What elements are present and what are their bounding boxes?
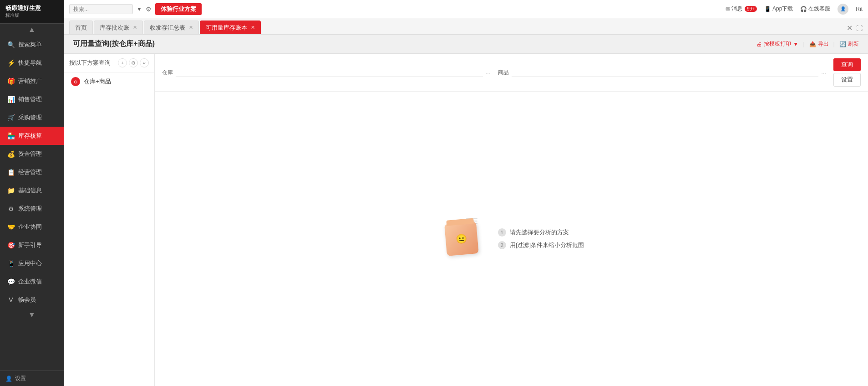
sidebar-item-enterprise[interactable]: 🤝 企业协同 [0,218,64,236]
tab-home-label: 首页 [75,24,87,32]
page-title: 可用量查询(按仓库+商品) [73,39,155,49]
refresh-btn[interactable]: 🔄 刷新 [839,40,859,48]
sidebar-item-inventory[interactable]: 🏪 库存核算 [0,127,64,145]
marketing-icon: 🎁 [7,77,15,85]
tab-batch-account-close[interactable]: ✕ [133,25,137,31]
warehouse-more-btn[interactable]: ··· [486,69,491,76]
sidebar-item-sales[interactable]: 📊 销售管理 [0,90,64,108]
filter-item-warehouse-product[interactable]: ⊙ 仓库+商品 [64,72,154,91]
right-panel: 仓库 ··· 商品 ··· 查询 设置 [155,54,868,386]
sidebar-item-finance[interactable]: 💰 资金管理 [0,145,64,163]
filter-collapse-btn[interactable]: « [140,58,149,67]
sidebar-item-label: 营销推广 [18,77,42,85]
app-download-label: App下载 [772,5,793,13]
filter-header-actions: + ⚙ « [118,58,149,67]
product-input[interactable] [512,68,819,77]
system-icon: ⚙ [7,205,15,212]
empty-illustration: 😐 [439,216,484,262]
hint-text-1: 请先选择要分析的方案 [510,228,569,237]
topbar-right: ✉ 消息 99+ 📱 App下载 🎧 在线客服 👤 Rit [726,4,863,15]
finance-icon: 💰 [7,150,15,158]
print-label: 按模板打印 [764,40,791,48]
quicknav-icon: ⚡ [7,59,15,67]
export-btn[interactable]: 📤 导出 [809,40,829,48]
warehouse-input[interactable] [176,68,483,77]
main-area: ▼ ⚙ 体验行业方案 ✉ 消息 99+ 📱 App下载 🎧 在线客服 👤 Rit [64,0,868,386]
message-label: 消息 [731,5,742,13]
app-download-btn[interactable]: 📱 App下载 [764,5,793,13]
left-filter-panel: 按以下方案查询 + ⚙ « ⊙ 仓库+商品 [64,54,155,386]
online-service-label: 在线客服 [808,5,830,13]
avatar-icon: 👤 [840,6,846,11]
filter-item-label: 仓库+商品 [84,77,111,86]
management-icon: 📋 [7,169,15,176]
topbar: ▼ ⚙ 体验行业方案 ✉ 消息 99+ 📱 App下载 🎧 在线客服 👤 Rit [64,0,868,18]
box-face: 😐 [455,233,467,245]
member-icon: V [7,296,15,304]
sidebar-item-member[interactable]: V 畅会员 [0,291,64,309]
export-label: 导出 [818,40,829,48]
tab-summary-close[interactable]: ✕ [189,25,193,31]
message-badge: 99+ [745,6,757,12]
online-service-btn[interactable]: 🎧 在线客服 [800,5,830,13]
newbie-icon: 🎯 [7,242,15,249]
expand-tabs-btn[interactable]: ⛶ [856,25,863,32]
sidebar-item-management[interactable]: 📋 经营管理 [0,163,64,181]
trial-industry-btn[interactable]: 体验行业方案 [155,3,202,15]
sidebar-footer[interactable]: 👤 设置 [0,371,64,386]
inventory-icon: 🏪 [7,132,15,139]
topbar-search-input[interactable] [69,4,133,14]
sidebar-item-newbie[interactable]: 🎯 新手引导 [0,236,64,254]
sidebar-item-label: 新手引导 [18,241,42,249]
empty-box: 😐 [444,221,479,256]
print-icon: 🖨 [756,41,762,47]
sidebar-header: 畅康通好生意 标准版 [0,0,64,24]
basic-info-icon: 📁 [7,187,15,194]
query-btn[interactable]: 查询 [833,58,861,71]
hint-num-1: 1 [498,228,506,237]
sidebar-item-appstore[interactable]: 📱 应用中心 [0,254,64,273]
app-download-icon: 📱 [764,6,771,12]
sidebar-item-wechat[interactable]: 💬 企业微信 [0,273,64,291]
topbar-gear-icon[interactable]: ⚙ [146,5,152,13]
sidebar-item-basic-info[interactable]: 📁 基础信息 [0,181,64,200]
sidebar-item-search[interactable]: 🔍 搜索菜单 [0,36,64,54]
filter-header: 按以下方案查询 + ⚙ « [64,54,154,72]
refresh-icon: 🔄 [839,41,846,47]
sidebar-item-label: 系统管理 [18,205,42,213]
page-actions: 🖨 按模板打印 ▼ | 📤 导出 | 🔄 刷新 [756,40,859,48]
tab-available-qty[interactable]: 可用量库存账本 ✕ [200,21,261,34]
product-more-btn[interactable]: ··· [821,69,826,76]
username-label[interactable]: Rit [856,6,863,12]
tab-batch-account[interactable]: 库存批次账 ✕ [94,21,143,34]
settings-btn[interactable]: 设置 [833,73,861,87]
sidebar-item-purchase[interactable]: 🛒 采购管理 [0,108,64,127]
user-avatar[interactable]: 👤 [838,4,848,15]
purchase-icon: 🛒 [7,114,15,121]
sidebar-item-quicknav[interactable]: ⚡ 快捷导航 [0,54,64,72]
query-actions: 查询 设置 [833,58,861,87]
filter-settings-btn[interactable]: ⚙ [129,58,138,67]
sidebar-item-marketing[interactable]: 🎁 营销推广 [0,72,64,90]
message-btn[interactable]: ✉ 消息 99+ [726,5,757,13]
sidebar-scroll-up[interactable]: ▲ [0,24,64,36]
print-dropdown-icon[interactable]: ▼ [793,41,798,47]
tab-home[interactable]: 首页 [69,21,93,34]
topbar-dropdown-icon[interactable]: ▼ [137,6,142,12]
warehouse-field: 仓库 ··· [162,68,491,77]
export-icon: 📤 [809,41,816,47]
sidebar-item-label: 库存核算 [18,132,42,140]
page-header: 可用量查询(按仓库+商品) 🖨 按模板打印 ▼ | 📤 导出 | 🔄 刷新 [64,35,868,54]
tab-summary[interactable]: 收发存汇总表 ✕ [144,21,199,34]
sidebar-scroll-down[interactable]: ▼ [0,309,64,321]
close-all-tabs-btn[interactable]: ✕ [847,24,853,32]
tab-available-qty-close[interactable]: ✕ [251,25,255,31]
filter-item-circle-icon: ⊙ [74,79,77,84]
sidebar-item-label: 畅会员 [18,296,36,304]
filter-add-btn[interactable]: + [118,58,127,67]
appstore-icon: 📱 [7,260,15,267]
empty-hint-2: 2 用[过滤]条件来缩小分析范围 [498,241,584,249]
print-btn[interactable]: 🖨 按模板打印 ▼ [756,40,798,48]
brand-name: 畅康通好生意 [5,5,58,12]
sidebar-item-system[interactable]: ⚙ 系统管理 [0,200,64,218]
